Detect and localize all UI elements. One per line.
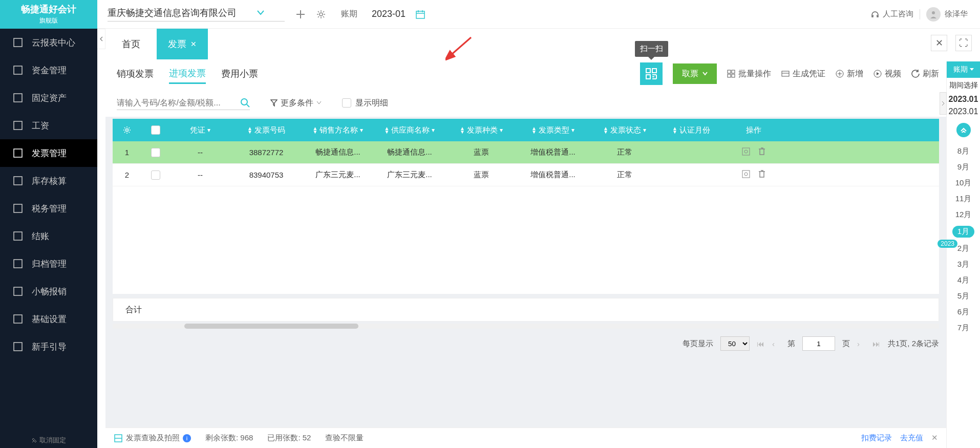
- refresh-button[interactable]: 刷新: [911, 69, 939, 79]
- select-all-checkbox[interactable]: [141, 125, 170, 135]
- per-page-select[interactable]: 50: [720, 336, 750, 351]
- qr-scan-button[interactable]: 扫一扫: [640, 62, 663, 85]
- svg-rect-5: [14, 94, 22, 102]
- sidebar-item-invoice[interactable]: 发票管理: [0, 139, 97, 167]
- filter-icon[interactable]: ▾: [432, 126, 435, 134]
- col-invoice-kind[interactable]: ▲▼发票种类▾: [445, 125, 517, 135]
- rail-month[interactable]: 4月: [947, 272, 980, 288]
- sort-icon[interactable]: ▲▼: [531, 126, 537, 134]
- rail-period-button[interactable]: 账期: [947, 61, 980, 78]
- sidebar-item-archive[interactable]: 归档管理: [0, 250, 97, 278]
- sidebar-pin-toggle[interactable]: 取消固定: [31, 436, 66, 445]
- sidebar-item-reimburse[interactable]: 小畅报销: [0, 278, 97, 305]
- col-invoice-number[interactable]: ▲▼发票号码: [230, 125, 302, 135]
- close-all-tabs-button[interactable]: ✕: [931, 35, 947, 51]
- horizontal-scrollbar[interactable]: [113, 324, 939, 329]
- company-selector[interactable]: 重庆畅捷交通信息咨询有限公司: [108, 7, 285, 22]
- generate-voucher-button[interactable]: 生成凭证: [781, 69, 825, 79]
- sidebar-item-stock[interactable]: 库存核算: [0, 167, 97, 195]
- sidebar-item-chart[interactable]: 云报表中心: [0, 29, 97, 56]
- rail-scroll-up[interactable]: [956, 123, 971, 137]
- video-button[interactable]: 视频: [874, 69, 901, 79]
- rail-month[interactable]: 9月: [947, 159, 980, 175]
- tab-close-icon[interactable]: ✕: [190, 29, 197, 59]
- sidebar-item-tax[interactable]: 税务管理: [0, 195, 97, 222]
- delete-icon[interactable]: [758, 170, 765, 180]
- batch-action-button[interactable]: 批量操作: [727, 69, 771, 79]
- sort-icon[interactable]: ▲▼: [672, 126, 677, 134]
- sidebar-item-building[interactable]: 固定资产: [0, 84, 97, 112]
- filter-icon[interactable]: ▾: [207, 126, 210, 134]
- rail-month[interactable]: 8月: [947, 143, 980, 159]
- sort-icon[interactable]: ▲▼: [460, 126, 465, 134]
- sidebar-item-close-acc[interactable]: 结账: [0, 222, 97, 250]
- filter-icon[interactable]: ▾: [360, 126, 363, 134]
- sort-icon[interactable]: ▲▼: [385, 126, 390, 134]
- recharge-link[interactable]: 去充值: [900, 433, 923, 443]
- prev-page-button[interactable]: ‹: [772, 339, 780, 348]
- tab-home[interactable]: 首页: [111, 29, 152, 59]
- page-input[interactable]: [802, 336, 835, 351]
- col-seller[interactable]: ▲▼销售方名称▾: [302, 125, 374, 135]
- search-input[interactable]: [117, 98, 238, 108]
- sidebar-item-settings[interactable]: 基础设置: [0, 305, 97, 333]
- support-button[interactable]: 人工咨询: [870, 9, 913, 19]
- col-supplier[interactable]: ▲▼供应商名称▾: [374, 125, 445, 135]
- add-button[interactable]: 新增: [836, 69, 863, 79]
- sort-icon[interactable]: ▲▼: [313, 126, 318, 134]
- deduct-record-link[interactable]: 扣费记录: [861, 433, 892, 443]
- more-conditions-button[interactable]: 更多条件: [270, 98, 322, 109]
- delete-icon[interactable]: [758, 147, 765, 157]
- rail-year-2[interactable]: 2023.01: [947, 105, 980, 118]
- sort-icon[interactable]: ▲▼: [603, 126, 608, 134]
- col-invoice-type[interactable]: ▲▼发票类型▾: [517, 125, 589, 135]
- col-verify-month[interactable]: ▲▼认证月份: [661, 125, 722, 135]
- sidebar-item-salary[interactable]: 工资: [0, 112, 97, 139]
- col-voucher[interactable]: 凭证▾: [170, 125, 230, 135]
- rail-month[interactable]: 11月: [947, 191, 980, 207]
- first-page-button[interactable]: ⏮: [757, 339, 765, 348]
- filter-icon[interactable]: ▾: [500, 126, 503, 134]
- col-invoice-status[interactable]: ▲▼发票状态▾: [589, 125, 661, 135]
- search-icon[interactable]: [241, 98, 250, 110]
- rail-month[interactable]: 7月: [947, 320, 980, 336]
- calendar-icon[interactable]: [415, 9, 426, 20]
- table-row[interactable]: 1--38872772畅捷通信息...畅捷通信息...蓝票增值税普通...正常: [113, 141, 939, 164]
- rail-month[interactable]: 1月: [947, 223, 980, 241]
- subtab-input[interactable]: 进项发票: [169, 67, 206, 84]
- subtab-expense[interactable]: 费用小票: [221, 68, 258, 83]
- view-icon[interactable]: [742, 170, 750, 180]
- gear-icon[interactable]: [315, 9, 327, 20]
- sidebar-item-funds[interactable]: 资金管理: [0, 56, 97, 84]
- sort-icon[interactable]: ▲▼: [247, 126, 252, 134]
- scrollbar-thumb[interactable]: [184, 324, 358, 329]
- sidebar-collapse-button[interactable]: [97, 29, 105, 49]
- fetch-invoice-button[interactable]: 取票: [673, 63, 717, 84]
- filter-icon[interactable]: ▾: [571, 126, 574, 134]
- rail-year-1[interactable]: 2023.01: [947, 93, 980, 105]
- fullscreen-button[interactable]: ⛶: [955, 35, 972, 51]
- sidebar-item-guide[interactable]: 新手引导: [0, 333, 97, 360]
- checkbox-icon[interactable]: [342, 98, 351, 108]
- verify-label[interactable]: 发票查验及拍照: [126, 433, 180, 443]
- add-icon[interactable]: [295, 9, 306, 20]
- table-row[interactable]: 2--83940753广东三元麦...广东三元麦...蓝票增值税普通...正常: [113, 164, 939, 186]
- view-icon[interactable]: [742, 147, 750, 157]
- rail-month[interactable]: 6月: [947, 304, 980, 320]
- user-menu[interactable]: 徐泽华: [926, 7, 968, 22]
- row-checkbox[interactable]: [141, 170, 170, 180]
- next-page-button[interactable]: ›: [857, 339, 865, 348]
- close-footer-button[interactable]: ✕: [931, 433, 938, 443]
- tab-invoice[interactable]: 发票 ✕: [157, 29, 208, 59]
- rail-month[interactable]: 3月: [947, 257, 980, 272]
- last-page-button[interactable]: ⏭: [872, 339, 881, 348]
- row-checkbox[interactable]: [141, 148, 170, 157]
- column-settings-button[interactable]: [113, 126, 141, 134]
- subtab-output[interactable]: 销项发票: [117, 68, 154, 83]
- filter-icon[interactable]: ▾: [643, 126, 646, 134]
- rail-collapse-button[interactable]: [940, 92, 947, 115]
- show-detail-toggle[interactable]: 显示明细: [342, 98, 388, 109]
- rail-month[interactable]: 12月: [947, 207, 980, 223]
- rail-month[interactable]: 5月: [947, 288, 980, 304]
- rail-month[interactable]: 10月: [947, 175, 980, 191]
